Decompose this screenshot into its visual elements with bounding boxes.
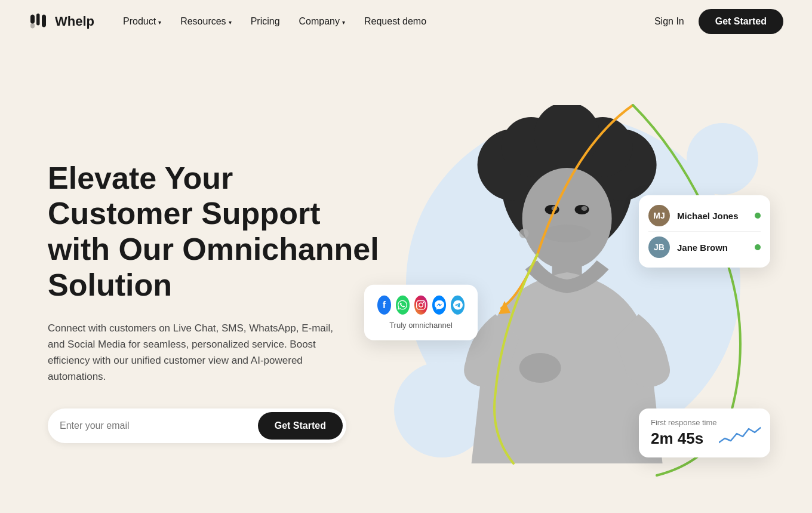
hero-subtitle: Connect with customers on Live Chat, SMS… [48, 320, 346, 385]
whatsapp-icon [396, 295, 410, 314]
facebook-icon: f [377, 295, 391, 314]
nav-resources[interactable]: Resources ▾ [180, 16, 231, 27]
agent-avatar-jb: JB [648, 236, 670, 258]
response-time-card: First response time 2m 45s [639, 408, 770, 457]
nav-request-demo[interactable]: Request demo [364, 16, 426, 27]
agent-avatar-mj: MJ [648, 205, 670, 226]
svg-point-8 [519, 353, 561, 383]
hero-right: f Truly omnichannel MJ Michael J [382, 75, 764, 505]
messenger-icon [432, 295, 446, 314]
agent-row: JB Jane Brown [648, 232, 761, 263]
nav-company[interactable]: Company ▾ [299, 16, 345, 27]
svg-point-13 [552, 206, 558, 211]
nav-pricing[interactable]: Pricing [251, 16, 280, 27]
svg-point-10 [543, 225, 591, 242]
svg-point-14 [582, 206, 588, 211]
svg-point-9 [519, 229, 529, 238]
logo-text: Whelp [55, 14, 94, 29]
telegram-icon [451, 295, 465, 314]
email-input[interactable] [60, 420, 258, 431]
social-icons-row: f [377, 295, 465, 314]
instagram-icon [414, 295, 428, 314]
online-indicator [755, 244, 761, 250]
omnichannel-card: f Truly omnichannel [364, 284, 478, 340]
omnichannel-label: Truly omnichannel [377, 320, 465, 329]
logo-icon [29, 13, 50, 30]
agent-name-michael: Michael Jones [677, 211, 739, 221]
nav-links: Product ▾ Resources ▾ Pricing Company ▾ … [123, 16, 654, 27]
svg-point-6 [522, 168, 612, 269]
logo-link[interactable]: Whelp [29, 13, 94, 30]
agents-card: MJ Michael Jones JB Jane Brown [639, 195, 770, 268]
mini-chart [719, 422, 761, 448]
agent-row: MJ Michael Jones [648, 200, 761, 232]
hero-form: Get Started [48, 408, 346, 443]
chevron-down-icon: ▾ [229, 19, 232, 26]
navbar: Whelp Product ▾ Resources ▾ Pricing Comp… [0, 0, 812, 43]
sign-in-button[interactable]: Sign In [654, 16, 684, 27]
nav-actions: Sign In Get Started [654, 9, 783, 34]
hero-title: Elevate Your Customer Support with Our O… [48, 161, 382, 303]
svg-point-5 [534, 105, 600, 168]
chevron-down-icon: ▾ [342, 19, 345, 26]
get-started-button-nav[interactable]: Get Started [699, 9, 783, 34]
online-indicator [755, 213, 761, 219]
agent-name-jane: Jane Brown [677, 242, 728, 253]
hero-left: Elevate Your Customer Support with Our O… [48, 137, 382, 444]
get-started-button-form[interactable]: Get Started [258, 412, 343, 440]
hero-section: Elevate Your Customer Support with Our O… [0, 43, 812, 513]
chevron-down-icon: ▾ [158, 19, 161, 26]
nav-product[interactable]: Product ▾ [123, 16, 161, 27]
